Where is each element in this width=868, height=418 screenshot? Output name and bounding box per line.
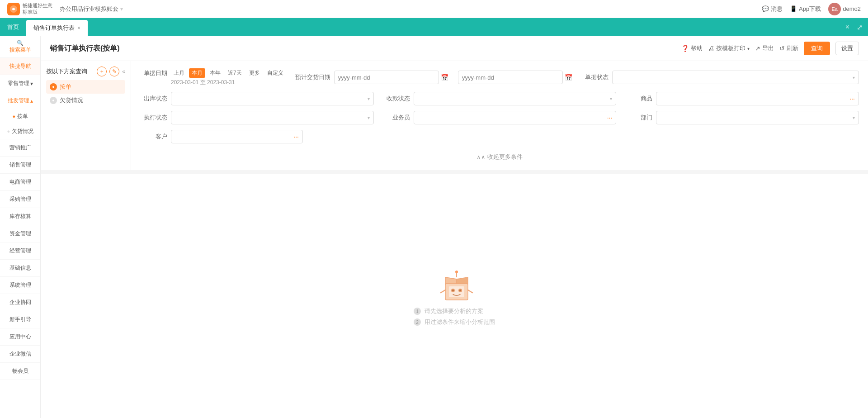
- sidebar: 🔍 搜索菜单 快捷导航 零售管理 ▾ 批发管理 ▴ ● 按单 ● 欠货情况: [0, 36, 41, 418]
- page-title: 销售订单执行表(按单): [50, 44, 120, 59]
- filter-row-3: 执行状态 ▾ 业务员 ··· 部门: [140, 111, 859, 124]
- product-dots-icon[interactable]: ···: [849, 95, 855, 102]
- collapse-row: ∧∧ 收起更多条件: [140, 149, 859, 163]
- delivery-status-label: 出库状态: [140, 95, 167, 103]
- filter-row-1: 单据日期 上月 本月 本年 近7天 更多 自定义 2023-03-0: [140, 68, 859, 86]
- app-download-button[interactable]: 📱 App下载: [790, 5, 821, 13]
- message-button[interactable]: 💬 消息: [762, 5, 783, 13]
- department-select[interactable]: ▾: [656, 111, 859, 124]
- sidebar-item-retail[interactable]: 零售管理 ▾: [0, 75, 40, 92]
- sidebar-item-appcenter[interactable]: 应用中心: [0, 328, 40, 346]
- salesperson-dots-icon[interactable]: ···: [607, 114, 613, 121]
- collapse-scheme-button[interactable]: «: [122, 68, 125, 75]
- exec-status-select[interactable]: ▾: [171, 111, 374, 124]
- delivery-status-select[interactable]: ▾: [171, 92, 374, 105]
- date-tab-custom[interactable]: 自定义: [264, 68, 286, 78]
- empty-icon: [436, 266, 472, 302]
- expected-date-from[interactable]: [334, 71, 439, 84]
- scheme-icon-debt: ●: [50, 97, 57, 104]
- search-icon: 🔍: [17, 40, 24, 46]
- settings-button[interactable]: 设置: [835, 42, 859, 55]
- add-scheme-button[interactable]: +: [97, 66, 107, 76]
- sidebar-item-enterprise[interactable]: 企业协同: [0, 294, 40, 311]
- date-label: 单据日期: [140, 69, 167, 77]
- sidebar-item-marketing[interactable]: 营销推广: [0, 139, 40, 157]
- filter-item-payment: 收款状态 ▾: [383, 92, 617, 105]
- filter-item-exec: 执行状态 ▾: [140, 111, 374, 124]
- chevron-up-icon: ▴: [30, 98, 33, 104]
- sidebar-item-inventory[interactable]: 库存核算: [0, 208, 40, 225]
- status-select[interactable]: ▾: [612, 71, 859, 84]
- tab-maximize-icon[interactable]: ⤢: [855, 21, 864, 33]
- top-bar-left: 畅捷通好生意 标准版 办公用品行业模拟账套 ▾: [7, 3, 123, 15]
- breadcrumb[interactable]: 办公用品行业模拟账套 ▾: [60, 5, 123, 13]
- tab-home[interactable]: 首页: [0, 18, 26, 36]
- calendar-to-icon[interactable]: 📅: [565, 74, 572, 81]
- delivery-arrow-icon: ▾: [368, 96, 370, 101]
- print-button[interactable]: 🖨 按模板打印 ▾: [708, 44, 750, 52]
- sidebar-item-newuser[interactable]: 新手引导: [0, 311, 40, 328]
- filter-scheme-header: 按以下方案查询 + ✎ «: [46, 66, 125, 76]
- expected-date-to[interactable]: [458, 71, 563, 84]
- scheme-item-press[interactable]: ● 按单: [46, 80, 125, 94]
- sidebar-item-basic-info[interactable]: 基础信息: [0, 260, 40, 277]
- sidebar-item-system[interactable]: 系统管理: [0, 277, 40, 294]
- product-label: 商品: [625, 95, 652, 103]
- svg-point-6: [459, 290, 461, 291]
- sidebar-item-operations[interactable]: 经营管理: [0, 242, 40, 260]
- payment-status-label: 收款状态: [383, 95, 410, 103]
- date-tab-thismonth[interactable]: 本月: [189, 68, 205, 78]
- refresh-button[interactable]: ↺ 刷新: [779, 44, 798, 52]
- date-tab-thisyear[interactable]: 本年: [207, 68, 223, 78]
- filter-item-expected-date: 预计交货日期 📅 — 📅: [295, 71, 573, 84]
- query-button[interactable]: 查询: [804, 42, 830, 55]
- user-menu[interactable]: Ea demo2: [828, 3, 861, 15]
- filter-item-product: 商品 ···: [625, 92, 859, 105]
- sidebar-item-quicknav[interactable]: 快捷导航: [0, 58, 40, 75]
- tab-bar: 首页 销售订单执行表 × × ⤢: [0, 18, 868, 36]
- sidebar-item-sales[interactable]: 销售管理: [0, 157, 40, 174]
- avatar: Ea: [828, 3, 841, 15]
- exec-arrow-icon: ▾: [368, 115, 370, 120]
- page-actions: ❓ 帮助 🖨 按模板打印 ▾ ↗ 导出 ↺ 刷新 查询 设置: [681, 42, 859, 61]
- expected-date-inputs: 📅 — 📅: [334, 71, 573, 84]
- export-button[interactable]: ↗ 导出: [755, 44, 774, 52]
- collapse-more-button[interactable]: ∧∧ 收起更多条件: [476, 153, 523, 161]
- customer-dots-icon[interactable]: ···: [293, 133, 299, 140]
- sidebar-item-wechat[interactable]: 企业微信: [0, 346, 40, 363]
- sidebar-item-member[interactable]: 畅会员: [0, 363, 40, 380]
- calendar-from-icon[interactable]: 📅: [441, 74, 448, 81]
- department-label: 部门: [625, 114, 652, 122]
- export-icon: ↗: [755, 45, 760, 52]
- sidebar-sub-item-debt[interactable]: ● 欠货情况: [0, 124, 40, 139]
- filter-scheme-panel: 按以下方案查询 + ✎ « ● 按单 ● 欠货情况: [41, 61, 131, 170]
- status-label: 单据状态: [581, 73, 609, 81]
- scheme-item-debt[interactable]: ● 欠货情况: [46, 94, 125, 107]
- breadcrumb-text: 办公用品行业模拟账套: [60, 5, 118, 13]
- print-arrow-icon: ▾: [747, 46, 750, 51]
- edit-scheme-button[interactable]: ✎: [109, 66, 119, 76]
- sidebar-item-wholesale[interactable]: 批发管理 ▴: [0, 92, 40, 109]
- sidebar-item-ecommerce[interactable]: 电商管理: [0, 174, 40, 191]
- product-select[interactable]: ···: [656, 92, 859, 105]
- sidebar-group-retail: 零售管理 ▾: [0, 75, 40, 92]
- sidebar-item-purchase[interactable]: 采购管理: [0, 191, 40, 208]
- empty-text-1: 1 请先选择要分析的方案: [414, 307, 495, 315]
- help-button[interactable]: ❓ 帮助: [681, 44, 703, 52]
- customer-select[interactable]: ···: [171, 130, 303, 143]
- tab-close-icon[interactable]: ×: [77, 25, 80, 31]
- logo-area: 畅捷通好生意 标准版: [7, 3, 52, 15]
- sidebar-item-search[interactable]: 🔍 搜索菜单: [0, 36, 40, 58]
- date-tab-more[interactable]: 更多: [246, 68, 263, 78]
- date-tab-last7[interactable]: 近7天: [225, 68, 245, 78]
- message-icon: 💬: [762, 5, 769, 12]
- date-separator: —: [450, 74, 456, 81]
- payment-status-select[interactable]: ▾: [414, 92, 617, 105]
- sidebar-item-finance[interactable]: 资金管理: [0, 225, 40, 242]
- tab-active[interactable]: 销售订单执行表 ×: [26, 20, 88, 36]
- filter-item-department: 部门 ▾: [625, 111, 859, 124]
- tab-minimize-icon[interactable]: ×: [844, 21, 851, 33]
- sidebar-sub-item-press[interactable]: ● 按单: [0, 109, 40, 124]
- salesperson-select[interactable]: ···: [414, 111, 617, 124]
- date-tab-lastmonth[interactable]: 上月: [171, 68, 187, 78]
